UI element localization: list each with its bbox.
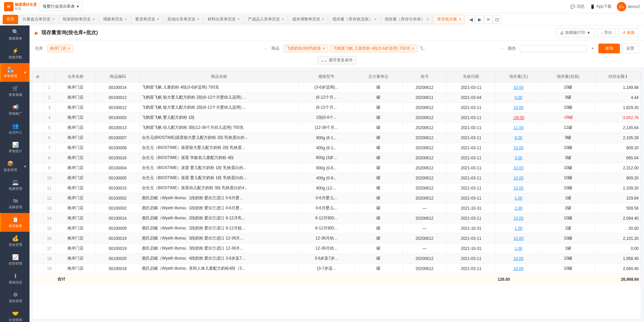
sidebar-item-marketing[interactable]: 📢 营销推广 [0,101,30,119]
row-expire: 2021-03-11 [446,83,496,93]
product-tag-2[interactable]: 飞鹤星飞帆 儿童奶粉 4段(3-6岁适用) 700克 ✕ [330,45,417,52]
row-stock-main[interactable]: 10.00 [496,163,541,173]
tab-zuzhang-close[interactable]: ✕ [92,17,95,21]
th-stock-main: 现存量(主) [496,71,541,83]
sidebar-item-basic[interactable]: ℹ 基础信息 [0,269,30,288]
tab-batch-close[interactable]: ✕ [459,17,461,21]
th-setting[interactable]: ⚙ [33,71,43,83]
row-stock-main[interactable]: 10.00 [496,183,541,193]
tab-stock-dist-close[interactable]: ✕ [426,17,429,21]
row-stock-main[interactable]: 0.00 [496,93,541,103]
tab-close-all-btn[interactable]: ✕ [484,15,492,23]
row-stock-main[interactable]: 10.00 [496,213,541,223]
row-stock-main[interactable]: 10.00 [496,83,541,93]
warehouse-tag-nananjt[interactable]: 南岸门店 ✕ [47,45,73,52]
template-print-btn[interactable]: 🖨 按模板打印 ▼ [556,28,594,37]
row-stock-main[interactable]: 1.00 [496,223,541,233]
expand-sidebar-btn[interactable]: ▶ [35,30,39,36]
row-stock-main[interactable]: 10.00 [496,103,541,113]
tab-stock-status-close[interactable]: ✕ [374,17,377,21]
tab-cost-close[interactable]: ✕ [322,17,324,21]
row-stock-main[interactable]: 9.00 [496,133,541,143]
sidebar-basic-label: 基础信息 [9,280,22,285]
row-setting [33,244,43,254]
row-stock-main[interactable]: 3.00 [496,153,541,163]
sidebar-item-stat[interactable]: 📊 零售统计 [0,138,30,157]
search-btn[interactable]: 查询 [598,44,620,53]
row-setting [33,254,43,264]
row-stock-main[interactable]: 2.00 [496,203,541,213]
tab-other-out-close[interactable]: ✕ [197,17,200,21]
sidebar-item-purchase[interactable]: 🛍 采购管理 [0,195,30,213]
tab-yaohuo-close[interactable]: ✕ [157,17,159,21]
row-stock-main[interactable]: 10.00 [496,173,541,183]
workspace-selector[interactable]: 母婴行业演示库表 ▼ [40,2,83,11]
product-tag-more[interactable]: 飞... [419,46,427,51]
row-name: 飞鹤星飞帆 儿童奶粉 4段(3-6岁适用) 700克 [140,83,298,93]
tab-material[interactable]: 材料出库单历史 ✕ [204,15,244,24]
sidebar-item-member[interactable]: 👥 会员中心 [0,119,30,138]
row-stock-main[interactable]: 10.00 [496,254,541,264]
tab-home[interactable]: 首页 [3,15,18,24]
sidebar-item-ops[interactable]: 📈 经营管理 [0,251,30,269]
column-setting-icon[interactable]: ⚙ [36,74,40,79]
row-code: 00100020 [96,254,140,264]
row-no: 12 [43,193,55,203]
sidebar-item-inventory[interactable]: 📋 库存核算 [0,213,30,232]
tab-cost[interactable]: 成本调整单历史 ✕ [288,15,328,24]
row-stock-main[interactable]: 11.00 [496,123,541,133]
refresh-btn[interactable]: ↺ 刷新 [619,28,639,37]
tab-product-in[interactable]: 产成品入库单历史 ✕ [244,15,288,24]
sidebar-item-wholesale[interactable]: 📦 批发管理 ▼ [0,157,30,176]
row-stock-main[interactable]: 1.00 [496,244,541,254]
tab-stock-dist[interactable]: 现存量（库存分布表） ✕ [381,15,433,24]
sidebar-item-collab[interactable]: 🤝 企业协同 [0,307,30,322]
workspace-label: 母婴行业演示库表 [43,4,75,9]
warehouse-tag-close-icon[interactable]: ✕ [67,47,70,50]
tab-fenpan-close[interactable]: ✕ [52,17,55,21]
row-stock-main[interactable]: 10.00 [496,143,541,153]
row-balance: 0.00 [595,244,641,254]
product-tag-1-close-icon[interactable]: ✕ [322,47,325,50]
tab-stock-status[interactable]: 现存量（库存状况表） ✕ [329,15,380,24]
color-filter-input[interactable] [520,45,587,52]
tab-diaob[interactable]: 调拨单历史 ✕ [99,15,131,24]
table-row: 6 南岸门店 00100007 合生元(BIOSTIME)派星较大婴儿配方奶粉 … [33,133,641,143]
sidebar-item-system[interactable]: ⚙ 系统管理 [0,288,30,307]
setting-btn[interactable]: 设置 [622,44,639,53]
sidebar-item-retail[interactable]: 🏪 零售管理 ▼ [0,63,30,82]
export-btn[interactable]: ↓ 导出 [597,28,616,37]
tab-next-btn[interactable]: ▶ [476,15,484,23]
row-stock-main[interactable]: -39.00 [496,113,541,123]
user-avatar-area[interactable]: Ea demo2 [617,2,640,11]
row-code: 00100015 [96,183,140,193]
app-download-btn[interactable]: 📱 App下载 [590,4,611,9]
tab-zuzhang[interactable]: 组装拆卸单历史 ✕ [59,15,99,24]
tab-diaob-close[interactable]: ✕ [124,17,127,21]
tab-yaohuo[interactable]: 要货单历史 ✕ [131,15,163,24]
product-tag-1[interactable]: 飞鹤奶粉3段丙提装 ✕ [283,45,328,52]
product-tag-2-close-icon[interactable]: ✕ [412,47,414,50]
tab-other-out[interactable]: 其他出库单历史 ✕ [164,15,203,24]
table-row: 1 南岸门店 00100014 飞鹤星飞帆 儿童奶粉 4段(3-6岁适用) 70… [33,83,641,93]
tab-prev-btn[interactable]: ◀ [467,15,475,23]
row-expire: 2021-03-11 [446,254,496,264]
row-stock-main[interactable]: 10.00 [496,233,541,244]
sidebar-item-search[interactable]: 🔍 搜索菜单 [0,25,30,44]
sidebar-item-finance[interactable]: 💰 资金管理 [0,232,30,251]
expand-conditions-btn[interactable]: ⌄⌄ 展开更多条件 [318,56,356,64]
tab-fen-pan[interactable]: 分量盘点单历史 ✕ [19,15,58,24]
tab-maximize-btn[interactable]: ⊡ [493,15,501,23]
tab-material-close[interactable]: ✕ [237,17,240,21]
tab-batch[interactable]: 库存批次账 ✕ [433,15,465,24]
sidebar-item-shop[interactable]: 🛒 零售商城 [0,82,30,101]
row-stock-main[interactable]: 10.00 [496,264,541,274]
tab-product-in-close[interactable]: ✕ [281,17,284,21]
sidebar-item-ecom[interactable]: 💻 电商管理 [0,176,30,195]
sidebar-nav-label: 快捷导航 [9,55,22,60]
row-balance: 229.84 [595,193,641,203]
messages-btn[interactable]: 💬 消息 [570,4,585,9]
table-container[interactable]: ⚙ 仓库名称 商品编码 商品名称 规格型号 主计量单位 批号 失效日期 现存量(… [32,71,641,319]
sidebar-item-nav[interactable]: ⚡ 快捷导航 [0,44,30,63]
row-stock-main[interactable]: 1.00 [496,193,541,203]
